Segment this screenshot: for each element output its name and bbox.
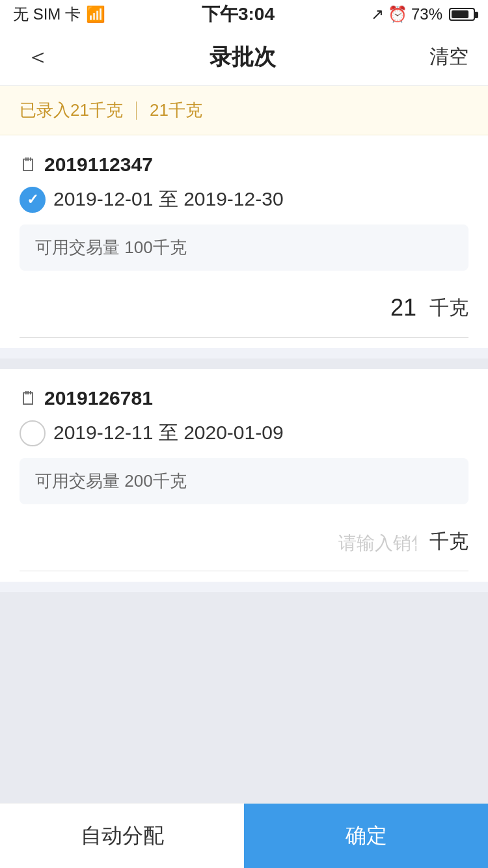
batch1-quantity-input[interactable]: [338, 294, 416, 321]
alarm-icon: ⏰: [388, 5, 407, 23]
batch2-available: 可用交易量 200千克: [20, 458, 468, 504]
info-banner: 已录入21千克 21千克: [0, 86, 488, 135]
section-divider: [0, 359, 488, 369]
page-title: 录批次: [210, 42, 276, 72]
batch2-date-row[interactable]: 2019-12-11 至 2020-01-09: [0, 414, 488, 452]
batch1-check-icon: ✓: [27, 191, 38, 208]
batch2-date: 2019-12-11 至 2020-01-09: [53, 420, 284, 446]
batch1-quantity-row: 千克: [0, 281, 488, 337]
batch2-header: 🗒 2019126781: [0, 369, 488, 414]
batch2-id: 2019126781: [44, 387, 153, 409]
batch1-bottom-space: [0, 338, 488, 348]
status-bar: 无 SIM 卡 📶 下午3:04 ↗ ⏰ 73%: [0, 0, 488, 29]
batch1-id-icon: 🗒: [20, 154, 38, 176]
auto-distribute-button[interactable]: 自动分配: [0, 804, 244, 868]
battery-label: 73%: [411, 5, 442, 23]
battery-fill: [452, 10, 468, 18]
batch1-unit: 千克: [429, 295, 468, 321]
batch1-radio[interactable]: ✓: [20, 187, 46, 213]
status-right: ↗ ⏰ 73%: [371, 5, 475, 23]
nav-bar: ＜ 录批次 清空: [0, 29, 488, 86]
banner-divider: [136, 102, 137, 120]
batch2-bottom-space: [0, 571, 488, 582]
batch2-card: 🗒 2019126781 2019-12-11 至 2020-01-09 可用交…: [0, 369, 488, 582]
total-amount: 21千克: [150, 99, 202, 122]
batch1-date-row[interactable]: ✓ 2019-12-01 至 2019-12-30: [0, 181, 488, 218]
battery-icon: [449, 8, 475, 21]
wifi-icon: 📶: [86, 5, 105, 23]
status-time: 下午3:04: [202, 2, 275, 27]
status-left: 无 SIM 卡 📶: [13, 4, 105, 25]
batch2-id-icon: 🗒: [20, 388, 38, 409]
carrier-label: 无 SIM 卡: [13, 4, 81, 25]
recorded-amount: 已录入21千克: [20, 99, 123, 122]
content-area: 已录入21千克 21千克 🗒 2019112347 ✓ 2019-12-01 至…: [0, 86, 488, 868]
batch1-id: 2019112347: [44, 154, 153, 176]
batch2-quantity-row: 千克: [0, 515, 488, 571]
bottom-bar: 自动分配 确定: [0, 803, 488, 868]
batch1-header: 🗒 2019112347: [0, 135, 488, 181]
batch2-unit: 千克: [429, 528, 468, 555]
batch1-available: 可用交易量 100千克: [20, 224, 468, 271]
clear-button[interactable]: 清空: [429, 44, 468, 70]
back-button[interactable]: ＜: [20, 34, 56, 79]
batch2-quantity-input[interactable]: [338, 528, 416, 555]
location-icon: ↗: [371, 5, 384, 23]
batch1-card: 🗒 2019112347 ✓ 2019-12-01 至 2019-12-30 可…: [0, 135, 488, 348]
batch1-date: 2019-12-01 至 2019-12-30: [53, 186, 284, 213]
batch2-radio[interactable]: [20, 420, 46, 446]
confirm-button[interactable]: 确定: [244, 804, 488, 868]
